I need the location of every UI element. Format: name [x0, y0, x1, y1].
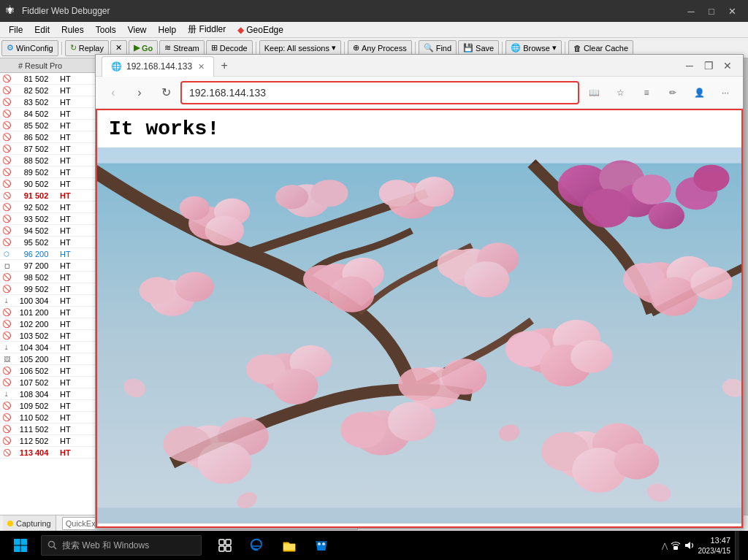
profile-button[interactable]: 👤	[687, 81, 711, 104]
table-row[interactable]: ◻ 97 200 HT	[0, 260, 100, 272]
session-result: 304	[35, 296, 60, 305]
taskbar-explorer-icon[interactable]	[275, 531, 304, 560]
menu-edit[interactable]: Edit	[28, 22, 56, 38]
more-button[interactable]: ···	[714, 81, 737, 104]
svg-rect-73	[219, 546, 224, 551]
browser-close-button[interactable]: ✕	[718, 57, 737, 74]
browser-title-bar: 🌐 192.168.144.133 ✕ + ─ ❐ ✕	[96, 55, 743, 77]
table-row[interactable]: 🖼 105 200 HT	[0, 353, 100, 365]
table-row[interactable]: 🚫 82 502 HT	[0, 85, 100, 96]
table-row[interactable]: 🚫 88 502 HT	[0, 155, 100, 166]
table-row[interactable]: 🚫 84 502 HT	[0, 108, 100, 120]
close-button[interactable]: ✕	[722, 4, 742, 18]
session-num: 109	[13, 402, 35, 410]
table-row[interactable]: 🚫 111 502 HT	[0, 423, 100, 435]
forward-button[interactable]: ›	[128, 81, 151, 104]
table-row[interactable]: 🚫 85 502 HT	[0, 120, 100, 131]
table-row[interactable]: 🚫 109 502 HT	[0, 400, 100, 412]
cherry-blossom-bg	[97, 147, 741, 523]
col-header-result: Result	[25, 61, 50, 70]
table-row[interactable]: 🚫 102 200 HT	[0, 318, 100, 330]
start-button[interactable]	[3, 531, 38, 560]
table-row[interactable]: 🚫 87 502 HT	[0, 143, 100, 155]
table-row[interactable]: 🚫 83 502 HT	[0, 96, 100, 108]
table-row[interactable]: 🚫 106 502 HT	[0, 365, 100, 377]
session-list: # Result Pro 🚫 81 502 HT 🚫 82 502 HT	[0, 58, 101, 515]
taskbar-search[interactable]: 搜索 Web 和 Windows	[41, 535, 202, 556]
it-works-text: It works!	[97, 110, 741, 147]
taskbar-edge-icon[interactable]	[243, 531, 272, 560]
status-icon: 🚫	[1, 319, 12, 329]
menu-rules[interactable]: Rules	[56, 22, 90, 38]
session-result: 502	[35, 402, 60, 410]
table-row[interactable]: 🚫 94 502 HT	[0, 225, 100, 237]
table-row[interactable]: ⤓ 108 304 HT	[0, 388, 100, 400]
favorites-button[interactable]: ☆	[608, 81, 632, 104]
table-row[interactable]: 🚫 90 502 HT	[0, 178, 100, 190]
tray-arrow[interactable]: ⋀	[662, 542, 668, 550]
table-row[interactable]: 🚫 112 502 HT	[0, 435, 100, 447]
reading-view-button[interactable]: 📖	[582, 81, 606, 104]
taskbar-task-view[interactable]	[210, 531, 240, 560]
menu-geoedge[interactable]: ◆GeoEdge	[232, 22, 289, 38]
browser-restore-button[interactable]: ❐	[699, 57, 718, 74]
session-result: 502	[35, 145, 60, 153]
table-row[interactable]: 🚫 89 502 HT	[0, 166, 100, 178]
back-button[interactable]: ‹	[102, 81, 125, 104]
table-row[interactable]: 🚫 101 200 HT	[0, 307, 100, 318]
table-row[interactable]: 🚫 93 502 HT	[0, 213, 100, 225]
menu-bar: File Edit Rules Tools View Help 册 Fiddle…	[0, 22, 748, 38]
session-proto: HT	[60, 367, 99, 375]
system-clock[interactable]: 13:47 2023/4/15	[698, 535, 731, 555]
new-tab-button[interactable]: +	[214, 57, 234, 74]
table-row[interactable]: 🚫 110 502 HT	[0, 412, 100, 423]
table-row[interactable]: 🚫 98 502 HT	[0, 272, 100, 283]
session-result: 502	[35, 437, 60, 445]
svg-rect-66	[21, 539, 28, 545]
table-row[interactable]: ⤓ 104 304 HT	[0, 342, 100, 353]
menu-file[interactable]: File	[3, 22, 28, 38]
svg-rect-72	[226, 540, 231, 545]
table-row[interactable]: ⤓ 100 304 HT	[0, 295, 100, 307]
winconfig-button[interactable]: ⚙ WinConfig	[1, 40, 58, 56]
status-icon: ⤓	[1, 296, 12, 306]
session-proto: HT	[60, 250, 99, 258]
store-icon	[314, 538, 329, 553]
table-row[interactable]: ⬡ 96 200 HT	[0, 248, 100, 260]
table-row[interactable]: 🚫 107 502 HT	[0, 377, 100, 388]
hub-button[interactable]: ≡	[635, 81, 658, 104]
menu-help[interactable]: Help	[153, 22, 183, 38]
menu-fiddler[interactable]: 册 Fiddler	[182, 22, 232, 38]
refresh-button[interactable]: ↻	[154, 81, 178, 104]
menu-tools[interactable]: Tools	[90, 22, 122, 38]
session-rows[interactable]: 🚫 81 502 HT 🚫 82 502 HT 🚫 83 502 HT	[0, 73, 100, 515]
table-row[interactable]: 🚫 103 502 HT	[0, 330, 100, 342]
session-num: 108	[13, 390, 35, 399]
notes-button[interactable]: ✏	[661, 81, 684, 104]
minimize-button[interactable]: ─	[681, 4, 701, 18]
status-icon: 🚫	[1, 237, 12, 248]
maximize-button[interactable]: □	[701, 4, 722, 18]
table-row[interactable]: 🚫 86 502 HT	[0, 131, 100, 143]
table-row[interactable]: 🚫 92 502 HT	[0, 202, 100, 213]
taskbar-fiddler-icon[interactable]: 🕷	[339, 531, 368, 560]
session-num: 83	[13, 98, 35, 107]
browser-tab[interactable]: 🌐 192.168.144.133 ✕	[102, 56, 214, 77]
session-num: 100	[13, 296, 35, 305]
session-proto: HT	[60, 133, 99, 142]
browser-minimize-button[interactable]: ─	[680, 57, 699, 74]
status-icon: 🚫	[1, 448, 12, 458]
taskbar-store-icon[interactable]	[307, 531, 336, 560]
table-row[interactable]: 🚫 81 502 HT	[0, 73, 100, 85]
table-row[interactable]: 🚫 95 502 HT	[0, 237, 100, 248]
show-desktop-button[interactable]	[735, 531, 739, 560]
address-bar[interactable]	[180, 81, 579, 104]
table-row[interactable]: 🚫 91 502 HT	[0, 190, 100, 202]
svg-rect-67	[14, 546, 20, 553]
menu-view[interactable]: View	[122, 22, 153, 38]
table-row[interactable]: 🚫 99 502 HT	[0, 283, 100, 295]
svg-point-69	[49, 542, 55, 548]
tab-close-button[interactable]: ✕	[198, 62, 205, 72]
table-row[interactable]: 🚫 113 404 HT	[0, 447, 100, 459]
windows-logo-icon	[13, 538, 28, 553]
